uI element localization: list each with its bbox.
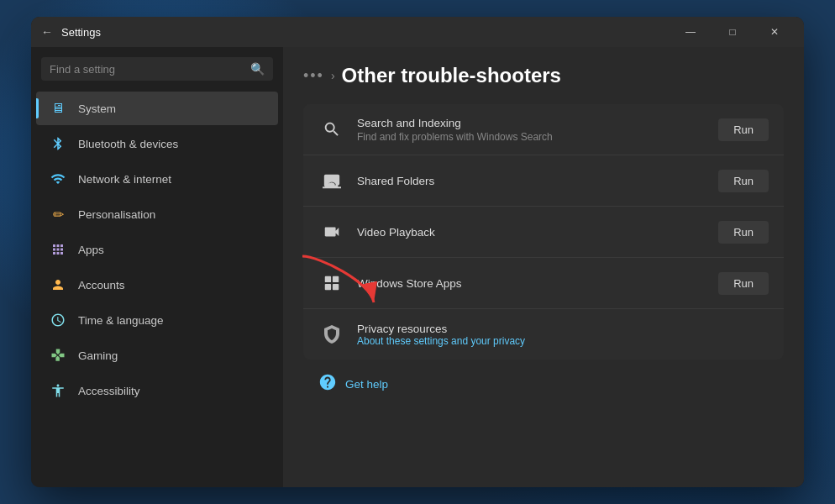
close-button[interactable]: ✕: [755, 19, 794, 45]
privacy-resources-text: Privacy resources About these settings a…: [357, 323, 769, 347]
svg-rect-0: [325, 276, 331, 282]
list-item: Video Playback Run: [303, 207, 784, 258]
troubleshooter-list: Search and Indexing Find and fix problem…: [303, 104, 784, 360]
breadcrumb-arrow: ›: [331, 69, 335, 82]
sidebar-item-label: Accounts: [78, 279, 125, 291]
sidebar-item-label: Accessibility: [78, 385, 140, 397]
minimize-button[interactable]: —: [671, 19, 710, 45]
sidebar-item-label: Bluetooth & devices: [78, 138, 178, 150]
sidebar-item-label: Time & language: [78, 314, 164, 327]
item-title: Windows Store Apps: [357, 277, 706, 290]
search-icon: 🔍: [250, 62, 265, 76]
item-title: Search and Indexing: [357, 117, 706, 129]
sidebar-item-label: System: [78, 102, 116, 115]
back-button[interactable]: ←: [41, 25, 53, 39]
item-title: Privacy resources: [357, 323, 769, 335]
video-playback-icon: [318, 218, 345, 245]
sidebar-item-network[interactable]: Network & internet: [36, 162, 278, 196]
sidebar-item-label: Personalisation: [78, 208, 155, 221]
search-input[interactable]: [50, 63, 244, 76]
sidebar: 🔍 🖥 System Bluetooth & devices Network &…: [31, 47, 283, 487]
list-item: Shared Folders Run: [303, 155, 784, 207]
list-item: Windows Store Apps Run: [303, 258, 784, 309]
sidebar-item-time[interactable]: Time & language: [36, 303, 278, 337]
windows-store-icon: [318, 270, 345, 297]
content-area: ••• › Other trouble-shooters Search and …: [283, 47, 804, 487]
svg-rect-2: [325, 284, 331, 290]
windows-store-run-button[interactable]: Run: [718, 272, 769, 295]
personalisation-icon: ✏: [50, 206, 66, 223]
list-item: Search and Indexing Find and fix problem…: [303, 104, 784, 155]
video-playback-run-button[interactable]: Run: [718, 221, 769, 244]
sidebar-item-personalisation[interactable]: ✏ Personalisation: [36, 197, 278, 231]
item-title: Video Playback: [357, 226, 706, 239]
network-icon: [50, 171, 66, 187]
time-icon: [50, 312, 66, 328]
shared-folders-run-button[interactable]: Run: [718, 170, 769, 192]
get-help-label: Get help: [345, 378, 388, 391]
privacy-icon: [318, 321, 345, 348]
sidebar-item-label: Gaming: [78, 349, 118, 362]
svg-rect-3: [333, 284, 339, 290]
page-header: ••• › Other trouble-shooters: [303, 64, 784, 87]
window-controls: — □ ✕: [671, 19, 794, 45]
list-item: Privacy resources About these settings a…: [303, 309, 784, 360]
shared-folders-icon: [318, 167, 345, 194]
accounts-icon: [50, 276, 66, 293]
search-indexing-run-button[interactable]: Run: [718, 118, 769, 141]
sidebar-item-apps[interactable]: Apps: [36, 233, 278, 266]
bluetooth-icon: [50, 135, 66, 152]
sidebar-item-accessibility[interactable]: Accessibility: [36, 374, 278, 407]
sidebar-item-bluetooth[interactable]: Bluetooth & devices: [36, 127, 278, 160]
svg-rect-1: [333, 276, 339, 282]
breadcrumb-dots: •••: [303, 67, 324, 85]
windows-store-text: Windows Store Apps: [357, 277, 706, 290]
settings-window: ← Settings — □ ✕ 🔍 🖥 System Bluetooth & …: [31, 17, 804, 487]
maximize-button[interactable]: □: [713, 19, 752, 45]
sidebar-item-accounts[interactable]: Accounts: [36, 268, 278, 302]
video-playback-text: Video Playback: [357, 226, 706, 239]
search-indexing-icon: [318, 116, 345, 143]
privacy-link[interactable]: About these settings and your privacy: [357, 335, 769, 347]
sidebar-item-system[interactable]: 🖥 System: [36, 92, 278, 125]
search-indexing-text: Search and Indexing Find and fix problem…: [357, 117, 706, 143]
title-bar: ← Settings — □ ✕: [31, 17, 804, 47]
sidebar-item-label: Network & internet: [78, 173, 171, 186]
get-help-section[interactable]: Get help: [303, 360, 784, 409]
main-layout: 🔍 🖥 System Bluetooth & devices Network &…: [31, 47, 804, 487]
search-bar[interactable]: 🔍: [41, 57, 273, 81]
get-help-icon: [318, 373, 337, 396]
shared-folders-text: Shared Folders: [357, 175, 706, 187]
apps-icon: [50, 241, 66, 258]
gaming-icon: [50, 347, 66, 364]
sidebar-item-label: Apps: [78, 244, 104, 256]
item-desc: Find and fix problems with Windows Searc…: [357, 131, 706, 143]
page-title: Other trouble-shooters: [342, 64, 561, 87]
accessibility-icon: [50, 382, 66, 399]
system-icon: 🖥: [50, 100, 66, 117]
item-title: Shared Folders: [357, 175, 706, 187]
window-title: Settings: [61, 26, 671, 39]
sidebar-item-gaming[interactable]: Gaming: [36, 339, 278, 372]
